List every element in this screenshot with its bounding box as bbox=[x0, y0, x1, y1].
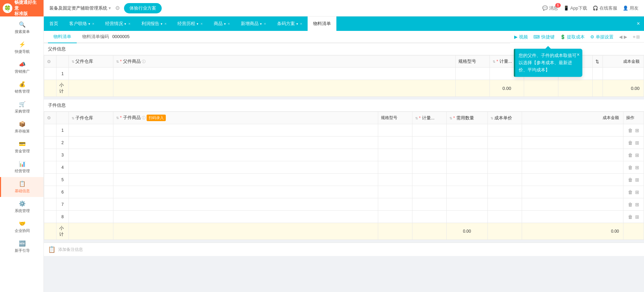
child-unit-price-cell[interactable] bbox=[487, 198, 522, 211]
video-toolbar-item[interactable]: ▶ 视频 bbox=[514, 34, 528, 40]
child-spec-cell[interactable] bbox=[378, 198, 412, 211]
child-warehouse-cell[interactable] bbox=[69, 186, 113, 198]
sidebar-item-system[interactable]: ⚙️ 系统管理 bbox=[0, 197, 44, 217]
child-goods-cell[interactable] bbox=[113, 198, 378, 211]
tab-customer[interactable]: 客户联络 ▾ × bbox=[64, 16, 100, 31]
child-unit-price-cell[interactable] bbox=[487, 186, 522, 198]
delete-icon[interactable]: 🗑 bbox=[628, 165, 633, 170]
tab-home[interactable]: 首页 bbox=[44, 16, 64, 31]
scan-button[interactable]: 扫码录入 bbox=[147, 115, 166, 121]
child-qty-cell[interactable] bbox=[446, 211, 487, 223]
parent-spec-cell[interactable] bbox=[456, 68, 490, 80]
child-goods-cell[interactable] bbox=[113, 211, 378, 223]
sidebar-item-quick-nav[interactable]: ⚡ 快捷导航 bbox=[0, 38, 44, 58]
copy-icon[interactable]: ⊞ bbox=[635, 128, 639, 133]
child-unit-cell[interactable] bbox=[412, 137, 446, 149]
try-button[interactable]: 体验行业方案 bbox=[124, 3, 162, 13]
child-warehouse-cell[interactable] bbox=[69, 137, 113, 149]
child-warehouse-cell[interactable] bbox=[69, 174, 113, 186]
child-unit-price-cell[interactable] bbox=[487, 124, 522, 137]
child-qty-cell[interactable] bbox=[446, 161, 487, 174]
child-unit-cell[interactable] bbox=[412, 149, 446, 161]
list-view-icon[interactable]: ≡ bbox=[633, 34, 635, 39]
child-goods-cell[interactable] bbox=[113, 174, 378, 186]
delete-icon[interactable]: 🗑 bbox=[628, 152, 633, 158]
grid-view-icon[interactable]: ⊞ bbox=[636, 34, 640, 39]
delete-icon[interactable]: 🗑 bbox=[628, 177, 633, 183]
child-spec-cell[interactable] bbox=[378, 124, 412, 137]
delete-icon[interactable]: 🗑 bbox=[628, 189, 633, 195]
delete-icon[interactable]: 🗑 bbox=[628, 214, 633, 220]
nav-close-button[interactable]: × bbox=[633, 21, 644, 27]
child-spec-cell[interactable] bbox=[378, 211, 412, 223]
child-qty-cell[interactable] bbox=[446, 124, 487, 137]
child-unit-cell[interactable] bbox=[412, 211, 446, 223]
delete-icon[interactable]: 🗑 bbox=[628, 140, 633, 145]
sidebar-item-enterprise[interactable]: 🤝 企业协同 bbox=[0, 217, 44, 237]
sidebar-item-basic[interactable]: 📋 基础信息 bbox=[0, 177, 44, 197]
tab-operation[interactable]: 经营情况 ▾ × bbox=[100, 16, 136, 31]
copy-icon[interactable]: ⊞ bbox=[635, 177, 639, 183]
child-unit-price-cell[interactable] bbox=[487, 211, 522, 223]
online-service-action[interactable]: 🎧 在线客服 bbox=[593, 5, 617, 11]
close-icon[interactable]: × bbox=[300, 22, 302, 26]
sidebar-item-finance[interactable]: 💳 资金管理 bbox=[0, 137, 44, 157]
tab-bom[interactable]: 物料清单 bbox=[308, 16, 336, 31]
tab-new-goods[interactable]: 新增商品 ▾ × bbox=[235, 16, 271, 31]
child-unit-cell[interactable] bbox=[412, 124, 446, 137]
app-download-action[interactable]: 📱 App下载 bbox=[564, 5, 587, 11]
copy-icon[interactable]: ⊞ bbox=[635, 165, 639, 170]
system-title-wrapper[interactable]: 装备及固定资产辅助管理系统 ▾ bbox=[49, 5, 111, 11]
shortcut-toolbar-item[interactable]: ⌨ 快捷键 bbox=[533, 34, 555, 40]
child-spec-cell[interactable] bbox=[378, 149, 412, 161]
close-icon[interactable]: × bbox=[264, 22, 266, 26]
close-icon[interactable]: × bbox=[164, 22, 166, 26]
message-action[interactable]: 💬 消息 6 bbox=[542, 5, 558, 11]
child-spec-cell[interactable] bbox=[378, 137, 412, 149]
child-unit-price-cell[interactable] bbox=[487, 161, 522, 174]
tooltip-close-button[interactable]: × bbox=[577, 51, 580, 58]
child-qty-cell[interactable] bbox=[446, 174, 487, 186]
settings-icon[interactable]: ⚙ bbox=[47, 59, 51, 64]
close-icon[interactable]: × bbox=[228, 22, 230, 26]
sidebar-item-marketing[interactable]: 📣 营销推广 bbox=[0, 58, 44, 78]
close-icon[interactable]: × bbox=[200, 22, 202, 26]
settings-icon[interactable]: ⚙ bbox=[115, 5, 120, 11]
copy-icon[interactable]: ⊞ bbox=[635, 214, 639, 220]
child-goods-cell[interactable] bbox=[113, 186, 378, 198]
page-tab-bom-list[interactable]: 物料清单 bbox=[48, 31, 77, 43]
copy-icon[interactable]: ⊞ bbox=[635, 152, 639, 158]
copy-icon[interactable]: ⊞ bbox=[635, 189, 639, 195]
child-goods-cell[interactable] bbox=[113, 124, 378, 137]
tab-profit[interactable]: 利润报告 ▾ × bbox=[136, 16, 172, 31]
copy-icon[interactable]: ⊞ bbox=[635, 140, 639, 145]
child-settings-icon[interactable]: ⚙ bbox=[47, 115, 51, 120]
child-warehouse-cell[interactable] bbox=[69, 161, 113, 174]
sidebar-item-guide[interactable]: 🆕 新手引导 bbox=[0, 237, 44, 257]
prev-icon[interactable]: ◀ bbox=[619, 34, 622, 39]
delete-icon[interactable]: 🗑 bbox=[628, 202, 633, 207]
child-qty-cell[interactable] bbox=[446, 137, 487, 149]
child-qty-cell[interactable] bbox=[446, 198, 487, 211]
delete-icon[interactable]: 🗑 bbox=[628, 128, 633, 133]
sidebar-item-sales[interactable]: 💰 销售管理 bbox=[0, 78, 44, 97]
add-row-icon[interactable]: 📋 bbox=[48, 246, 55, 253]
child-warehouse-cell[interactable] bbox=[69, 124, 113, 137]
child-spec-cell[interactable] bbox=[378, 174, 412, 186]
cost-toolbar-item[interactable]: 💲 提取成本 bbox=[560, 34, 585, 40]
sidebar-item-inventory[interactable]: 📦 库存核算 bbox=[0, 117, 44, 137]
sidebar-item-operations[interactable]: 📊 经营管理 bbox=[0, 157, 44, 177]
tab-history[interactable]: 经营历程 ▾ × bbox=[172, 16, 208, 31]
parent-goods-cell[interactable] bbox=[113, 68, 456, 80]
child-spec-cell[interactable] bbox=[378, 186, 412, 198]
settings-toolbar-item[interactable]: ⚙ 单据设置 bbox=[590, 34, 614, 40]
user-action[interactable]: 👤 用友 bbox=[623, 5, 639, 11]
child-spec-cell[interactable] bbox=[378, 161, 412, 174]
next-icon[interactable]: ▶ bbox=[624, 34, 627, 39]
close-icon[interactable]: × bbox=[92, 22, 94, 26]
child-goods-cell[interactable] bbox=[113, 161, 378, 174]
child-goods-cell[interactable] bbox=[113, 137, 378, 149]
child-unit-price-cell[interactable] bbox=[487, 137, 522, 149]
sidebar-item-purchase[interactable]: 🛒 采购管理 bbox=[0, 97, 44, 117]
page-tab-bom-detail[interactable]: 物料清单编码 0000005 bbox=[77, 31, 135, 43]
